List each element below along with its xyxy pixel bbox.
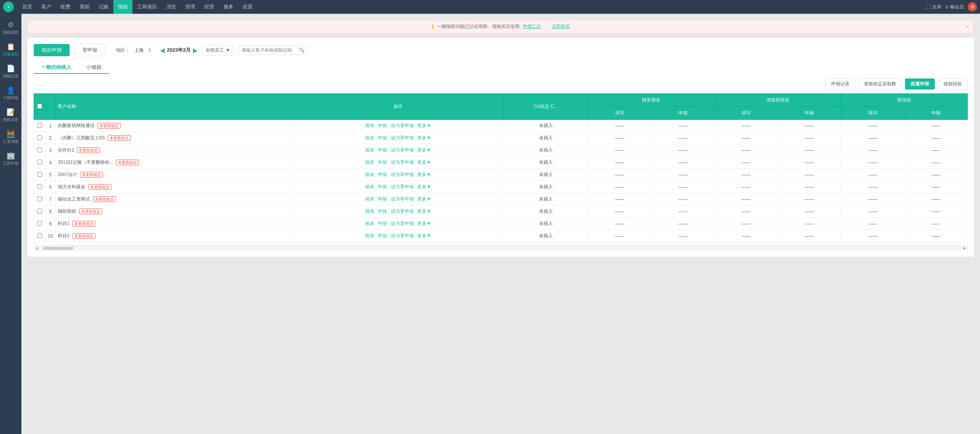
op-declare[interactable]: 申报 [378,221,387,226]
banner-close-btn[interactable]: × [966,24,969,29]
row-checkbox[interactable] [37,233,42,238]
row-add-sub: —— [904,218,967,230]
op-declare[interactable]: 申报 [378,196,387,202]
nav-client[interactable]: 客户 [37,0,56,14]
date-prev-btn[interactable]: ◀ [160,47,165,54]
op-zero-declare[interactable]: 设为零申报 [391,160,414,165]
op-tax-form[interactable]: 税表 [365,123,374,128]
fullscreen-btn[interactable]: ⛶ 全屏 [926,4,941,10]
update-btn[interactable]: 更新统定及取数 [858,78,902,90]
scroll-thumb[interactable] [43,247,74,250]
scroll-bar[interactable]: ◀ ▶ [34,245,968,251]
op-more[interactable]: 更多▼ [417,184,431,189]
nav-message[interactable]: 消息 [162,0,181,14]
sidebar-item-tax-record[interactable]: 📝 报税记录 [0,104,21,126]
op-zero-declare[interactable]: 设为零申报 [391,135,414,140]
row-checkbox[interactable] [37,196,42,201]
op-zero-declare[interactable]: 设为零申报 [391,221,414,226]
op-tax-form[interactable]: 税表 [365,209,374,214]
sidebar-item-annual-settlement[interactable]: 🧮 汇算清缴 [0,126,21,148]
op-more[interactable]: 更多▼ [417,233,431,238]
op-declare[interactable]: 申报 [378,160,387,165]
op-tax-form[interactable]: 税表 [365,221,374,226]
row-checkbox[interactable] [37,147,42,152]
row-checkbox[interactable] [37,221,42,226]
tab-tax-declaration[interactable]: 税款申报 [34,44,70,56]
op-zero-declare[interactable]: 设为零申报 [391,196,414,202]
row-checkbox[interactable] [37,172,42,177]
row-tax-sub: —— [778,157,841,169]
region-info-icon[interactable]: ℹ [149,47,151,53]
row-checkbox[interactable] [37,135,42,140]
op-declare[interactable]: 申报 [378,123,387,128]
row-ca-status: 未插入 [504,120,588,132]
op-more[interactable]: 更多▼ [417,160,431,165]
op-more[interactable]: 更多▼ [417,135,431,140]
op-more[interactable]: 更多▼ [417,221,431,226]
op-zero-declare[interactable]: 设为零申报 [391,123,414,128]
nav-invoice[interactable]: 票据 [75,0,94,14]
op-declare[interactable]: 申报 [378,172,387,177]
member-btn[interactable]: ⊙ 畅会员 [945,4,964,10]
op-tax-form[interactable]: 税表 [365,184,374,189]
avatar[interactable]: 用 [968,2,977,11]
row-no: 10 [46,230,56,242]
op-declare[interactable]: 申报 [378,184,387,189]
nav-home[interactable]: 首页 [18,0,37,14]
op-declare[interactable]: 申报 [378,209,387,214]
date-next-btn[interactable]: ▶ [193,47,198,54]
table-row: 6 地方水利基金 未更新核定 税表 申报 设为零申报 更多▼ 未插入 —— ——… [34,181,968,193]
op-tax-form[interactable]: 税表 [365,160,374,165]
nav-accounting[interactable]: 记账 [94,0,113,14]
op-zero-declare[interactable]: 设为零申报 [391,147,414,153]
op-tax-form[interactable]: 税表 [365,147,374,153]
op-more[interactable]: 更多▼ [417,172,431,177]
row-checkbox[interactable] [37,123,42,128]
declaration-record-btn[interactable]: 申报记录 [825,78,855,90]
sidebar-item-personal-tax[interactable]: 👤 个税申报 [0,82,21,104]
row-checkbox[interactable] [37,160,42,165]
op-declare[interactable]: 申报 [378,147,387,153]
tab-zero-declaration[interactable]: 零申报 [74,44,105,56]
select-all-checkbox[interactable] [37,104,42,109]
batch-declare-btn[interactable]: 批量申报 [905,78,935,90]
nav-tax[interactable]: 报税 [113,0,132,14]
op-declare[interactable]: 申报 [378,135,387,140]
op-declare[interactable]: 申报 [378,233,387,238]
op-tax-form[interactable]: 税表 [365,135,374,140]
op-zero-declare[interactable]: 设为零申报 [391,233,414,238]
op-zero-declare[interactable]: 设为零申报 [391,184,414,189]
op-tax-form[interactable]: 税表 [365,196,374,202]
op-zero-declare[interactable]: 设为零申报 [391,172,414,177]
nav-manage[interactable]: 管理 [181,0,200,14]
nav-service[interactable]: 服务 [219,0,238,14]
op-tax-form[interactable]: 税表 [365,172,374,177]
sidebar-item-batch-tax[interactable]: 📋 批量报税 [0,39,21,60]
op-more[interactable]: 更多▼ [417,196,431,202]
banner-link-summary[interactable]: 申报汇总 [523,23,541,30]
search-icon[interactable]: 🔍 [299,47,305,53]
subtab-small-scale[interactable]: 小规模 [79,62,109,74]
nav-operation[interactable]: 经营 [200,0,219,14]
op-tax-form[interactable]: 税表 [365,233,374,238]
banner-link-buy[interactable]: 立即购买 [552,23,570,30]
th-add-fill: 填写 [841,107,904,120]
scroll-right-arrow[interactable]: ▶ [963,246,966,251]
op-more[interactable]: 更多▼ [417,209,431,214]
row-checkbox[interactable] [37,209,42,214]
op-more[interactable]: 更多▼ [417,147,431,153]
sidebar-item-annual-report[interactable]: 🏢 工商年报 [0,148,21,170]
sidebar-item-tax-settings[interactable]: ⚙ 报税设置 [0,17,21,39]
row-checkbox[interactable] [37,184,42,189]
nav-settings[interactable]: 设置 [238,0,257,14]
sidebar-item-tax-overview[interactable]: 📄 报税总览 [0,60,21,82]
scroll-left-arrow[interactable]: ◀ [35,246,38,251]
nav-business[interactable]: 工商项目 [132,0,162,14]
retrieve-btn[interactable]: 收税回执 [938,78,968,90]
search-input[interactable] [238,46,307,55]
op-more[interactable]: 更多▼ [417,123,431,128]
op-zero-declare[interactable]: 设为零申报 [391,209,414,214]
nav-billing[interactable]: 收费 [56,0,75,14]
dept-select[interactable]: 全部员工 ▼ [202,45,234,55]
subtab-general-taxpayer[interactable]: 一般的纳税人 [34,62,79,74]
